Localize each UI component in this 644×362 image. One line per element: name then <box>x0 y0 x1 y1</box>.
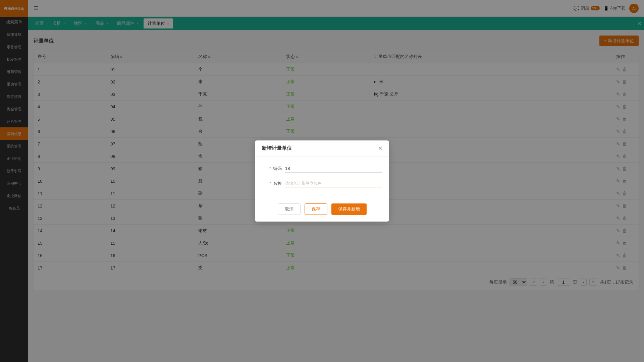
modal-body: * 编码 * 名称 <box>255 157 389 199</box>
required-marker-name: * <box>269 181 271 186</box>
required-marker: * <box>269 166 271 171</box>
code-label: * 编码 <box>262 166 282 172</box>
code-field-row: * 编码 <box>262 165 382 173</box>
cancel-button[interactable]: 取消 <box>278 203 301 215</box>
add-unit-modal: 新增计量单位 ✕ * 编码 * 名称 取消 保存 保存并新增 <box>255 140 389 222</box>
name-field-row: * 名称 <box>262 179 382 187</box>
modal-footer: 取消 保存 保存并新增 <box>255 199 389 222</box>
name-input[interactable] <box>285 179 382 187</box>
name-label: * 名称 <box>262 180 282 186</box>
modal-overlay[interactable]: 新增计量单位 ✕ * 编码 * 名称 取消 保存 保存并新增 <box>0 0 644 362</box>
modal-header: 新增计量单位 ✕ <box>255 140 389 157</box>
modal-title: 新增计量单位 <box>262 145 292 152</box>
code-input[interactable] <box>285 165 382 173</box>
modal-close-btn[interactable]: ✕ <box>378 145 382 152</box>
save-add-button[interactable]: 保存并新增 <box>331 203 367 215</box>
save-button[interactable]: 保存 <box>305 203 327 215</box>
